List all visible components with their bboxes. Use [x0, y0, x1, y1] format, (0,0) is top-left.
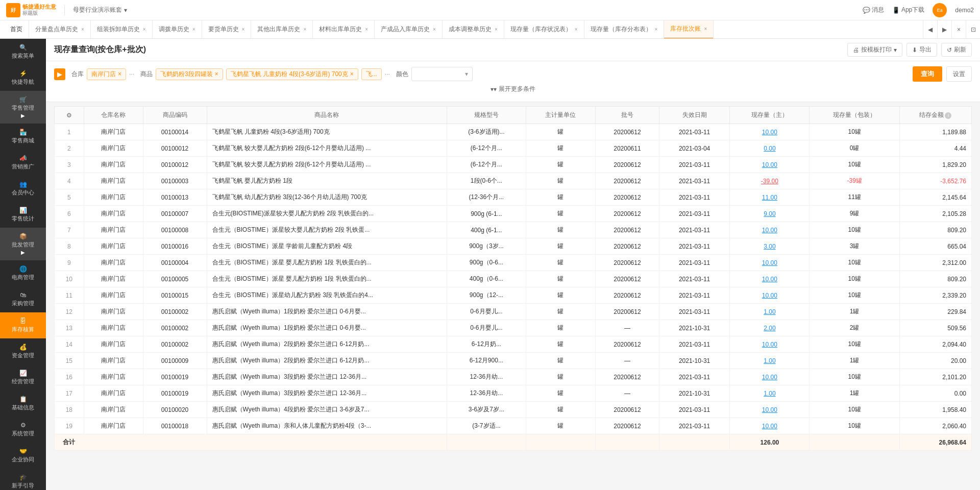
tag-close-icon[interactable]: ×: [215, 70, 218, 78]
product-tag-3[interactable]: 飞...: [361, 68, 382, 80]
export-button[interactable]: ⬇ 导出: [906, 43, 937, 57]
app-download-btn[interactable]: 📱 App下载: [892, 6, 924, 14]
info-icon[interactable]: i: [945, 112, 951, 119]
tab-close-icon[interactable]: ×: [192, 27, 195, 32]
tab-10[interactable]: 现存量（库存分布表） ×: [584, 20, 665, 39]
col-code: 商品编码: [143, 107, 207, 124]
tab-bar: 首页 分量盘点单历史 × 组装拆卸单历史 × 调拨单历史 × 要货单历史 × 其…: [0, 20, 980, 39]
tab-close-icon[interactable]: ×: [575, 27, 578, 32]
row-qty-main[interactable]: 10.00: [730, 402, 810, 418]
sidebar-item-guide[interactable]: 🎓 新手引导: [0, 469, 46, 490]
sidebar-item-finance[interactable]: 💰 资金管理: [0, 338, 46, 364]
row-code: 00100014: [143, 124, 207, 140]
row-warehouse: 南岸门店: [84, 189, 143, 206]
tab-5[interactable]: 其他出库单历史 ×: [251, 20, 313, 39]
tag-close-icon[interactable]: ×: [350, 70, 354, 78]
row-unit: 罐: [526, 206, 595, 222]
tab-close-icon[interactable]: ×: [303, 27, 306, 32]
row-qty-main[interactable]: 1.00: [730, 385, 810, 402]
tab-1[interactable]: 分量盘点单历史 ×: [29, 20, 91, 39]
row-qty-main[interactable]: 10.00: [730, 124, 810, 140]
tab-2[interactable]: 组装拆卸单历史 ×: [91, 20, 153, 39]
tab-prev-btn[interactable]: ◀: [923, 20, 937, 39]
refresh-button[interactable]: ↺ 刷新: [941, 43, 972, 57]
expand-more-conditions[interactable]: ▾▾ 展开更多条件: [54, 82, 972, 96]
sidebar-item-search[interactable]: 🔍 搜索英单: [0, 39, 46, 65]
product-tag-2[interactable]: 飞鹤星飞帆 儿童奶粉 4段(3-6岁适用) 700克 ×: [226, 68, 358, 80]
refresh-icon: ↺: [947, 46, 952, 54]
row-qty-main[interactable]: 0.00: [730, 140, 810, 157]
row-qty-main[interactable]: -39.00: [730, 173, 810, 189]
tab-4[interactable]: 要货单历史 ×: [202, 20, 252, 39]
breadcrumb-select[interactable]: 母婴行业演示账套 ▾: [73, 6, 127, 14]
sidebar-item-operations[interactable]: 📈 经营管理: [0, 364, 46, 390]
tab-close-icon[interactable]: ×: [433, 27, 436, 32]
tab-9[interactable]: 现存量（库存状况表） ×: [504, 20, 584, 39]
sidebar-item-retail-stats[interactable]: 📊 零售统计: [0, 202, 46, 228]
sidebar-item-ecommerce[interactable]: 🌐 电商管理: [0, 260, 46, 286]
sidebar-item-member[interactable]: 👥 会员中心: [0, 176, 46, 202]
sidebar-item-collab[interactable]: 🤝 企业协同: [0, 443, 46, 469]
sidebar-item-base-info[interactable]: 📋 基础信息: [0, 390, 46, 416]
row-qty-main[interactable]: 1.00: [730, 304, 810, 320]
color-input[interactable]: ▾: [411, 67, 473, 81]
product-tag-1[interactable]: 飞鹤奶粉3段四罐装 ×: [156, 68, 223, 80]
row-qty-main[interactable]: 10.00: [730, 255, 810, 271]
tab-6[interactable]: 材料出库单历史 ×: [313, 20, 375, 39]
row-qty-main[interactable]: 10.00: [730, 336, 810, 353]
tab-close-icon[interactable]: ×: [655, 27, 658, 32]
print-button[interactable]: 🖨 按模板打印 ▾: [847, 43, 902, 57]
sidebar-item-inventory[interactable]: 🗄 库存核算: [0, 312, 46, 338]
sidebar-item-marketing[interactable]: 📣 营销推广: [0, 150, 46, 176]
header-actions: 🖨 按模板打印 ▾ ⬇ 导出 ↺ 刷新: [847, 43, 972, 57]
col-gear[interactable]: ⚙: [55, 107, 84, 124]
tab-close-icon[interactable]: ×: [81, 27, 84, 32]
row-qty-main[interactable]: 10.00: [730, 369, 810, 385]
row-qty-main[interactable]: 9.00: [730, 206, 810, 222]
sidebar-item-wholesale[interactable]: 📦 批发管理 ▶: [0, 228, 46, 260]
settings-button[interactable]: 设置: [946, 66, 972, 82]
row-code: 00100005: [143, 271, 207, 287]
more-icon[interactable]: ···: [129, 70, 134, 78]
tab-close-all-btn[interactable]: ×: [951, 20, 966, 39]
row-qty-main[interactable]: 3.00: [730, 238, 810, 255]
tab-more-btn[interactable]: ⊡: [966, 20, 980, 39]
tab-3[interactable]: 调拨单历史 ×: [153, 20, 202, 39]
expand-btn[interactable]: ▶: [54, 68, 65, 80]
message-btn[interactable]: 💬 消息: [863, 6, 884, 14]
row-qty-pkg: 10罐: [810, 255, 899, 271]
row-qty-main[interactable]: 10.00: [730, 418, 810, 434]
tab-close-icon[interactable]: ×: [242, 27, 245, 32]
sidebar-item-nav[interactable]: ⚡ 快捷导航: [0, 65, 46, 91]
tab-8[interactable]: 成本调整单历史 ×: [443, 20, 504, 39]
row-qty-main[interactable]: 11.00: [730, 189, 810, 206]
sidebar-item-retail-mgmt[interactable]: 🛒 零售管理 ▶: [0, 91, 46, 124]
row-qty-main[interactable]: 10.00: [730, 287, 810, 304]
tab-close-icon[interactable]: ×: [143, 27, 146, 32]
sidebar-item-purchase[interactable]: 🛍 采购管理: [0, 286, 46, 312]
warehouse-tag[interactable]: 南岸门店 ×: [87, 68, 126, 80]
row-qty-main[interactable]: 2.00: [730, 320, 810, 336]
row-qty-main[interactable]: 10.00: [730, 222, 810, 238]
tab-close-icon[interactable]: ×: [495, 27, 498, 32]
row-qty-main[interactable]: 10.00: [730, 157, 810, 173]
row-qty-main[interactable]: 10.00: [730, 271, 810, 287]
user-avatar[interactable]: Ea: [933, 3, 947, 17]
tag-close-icon[interactable]: ×: [118, 70, 121, 78]
more-icon[interactable]: ···: [385, 70, 390, 78]
row-qty-pkg: 3罐: [810, 238, 899, 255]
sidebar-item-retail-shop[interactable]: 🏪 零售商城: [0, 124, 46, 150]
tab-home[interactable]: 首页: [4, 20, 29, 39]
sidebar-item-system[interactable]: ⚙ 系统管理: [0, 416, 46, 443]
expand-icon[interactable]: ▶: [54, 68, 65, 80]
tab-11[interactable]: 库存批次账 ×: [664, 20, 714, 39]
tab-close-icon[interactable]: ×: [365, 27, 368, 32]
tab-close-icon[interactable]: ×: [704, 26, 707, 32]
row-qty-main[interactable]: 1.00: [730, 353, 810, 369]
settings-icon[interactable]: ⚙: [66, 112, 72, 119]
query-button[interactable]: 查询: [913, 66, 942, 82]
tab-7[interactable]: 产成品入库单历史 ×: [375, 20, 443, 39]
row-name: 飞鹤星飞帆 婴儿配方奶粉 1段: [207, 173, 447, 189]
tab-next-btn[interactable]: ▶: [937, 20, 951, 39]
row-amount: 229.84: [899, 304, 971, 320]
